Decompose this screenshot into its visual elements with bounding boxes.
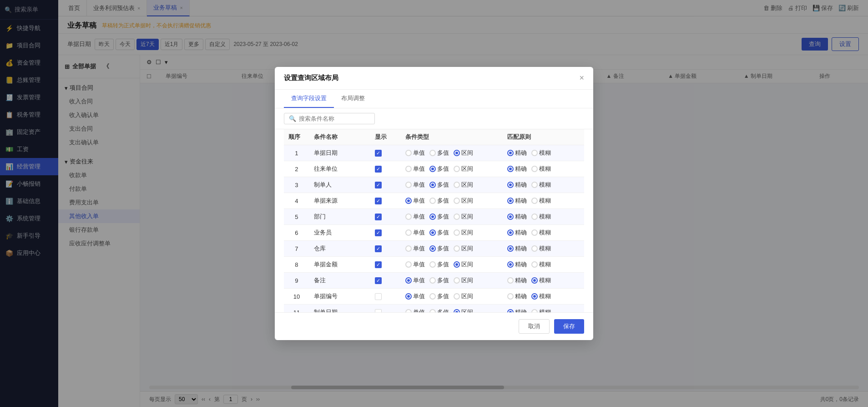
radio-multi-label: 多值 [437,181,449,189]
checkbox-checked[interactable] [375,214,382,220]
radio-fuzzy[interactable]: 模糊 [531,229,551,237]
checkbox-checked[interactable] [375,261,382,268]
radio-range[interactable]: 区间 [454,149,473,157]
radio-exact[interactable]: 精确 [507,244,527,253]
radio-fuzzy[interactable]: 模糊 [531,260,551,269]
radio-fuzzy[interactable]: 模糊 [531,308,551,312]
table-row: 6业务员 单值 多值 区间 精确 模糊 [284,225,584,241]
radio-multi[interactable]: 多值 [429,229,449,237]
modal-overlay: 设置查询区域布局 × 查询字段设置布局调整 🔍 顺序 条件名称 显示 条件类型 … [0,0,868,407]
radio-fuzzy-circle [531,229,538,236]
radio-multi[interactable]: 多值 [429,308,449,312]
radio-single[interactable]: 单值 [405,149,425,157]
radio-range[interactable]: 区间 [454,244,473,253]
radio-single[interactable]: 单值 [405,292,425,300]
checkbox-checked[interactable] [375,245,382,252]
radio-fuzzy-label: 模糊 [539,213,551,221]
table-row: 2往来单位 单值 多值 区间 精确 模糊 [284,161,584,177]
cell-show[interactable] [370,193,401,209]
radio-range[interactable]: 区间 [454,197,473,205]
radio-range[interactable]: 区间 [454,276,473,285]
radio-range[interactable]: 区间 [454,213,473,221]
checkbox-checked[interactable] [375,198,382,204]
radio-fuzzy[interactable]: 模糊 [531,292,551,300]
radio-exact[interactable]: 精确 [507,292,527,300]
radio-multi[interactable]: 多值 [429,165,449,173]
cell-name: 业务员 [309,225,370,241]
cell-name: 制单日期 [309,305,370,313]
radio-multi[interactable]: 多值 [429,181,449,189]
radio-fuzzy[interactable]: 模糊 [531,165,551,173]
modal-tab-query-field[interactable]: 查询字段设置 [284,90,334,108]
radio-range[interactable]: 区间 [454,165,473,173]
radio-exact[interactable]: 精确 [507,308,527,312]
radio-fuzzy-label: 模糊 [539,276,551,285]
radio-single[interactable]: 单值 [405,213,425,221]
radio-multi[interactable]: 多值 [429,276,449,285]
checkbox-checked[interactable] [375,182,382,188]
radio-multi[interactable]: 多值 [429,213,449,221]
radio-single[interactable]: 单值 [405,276,425,285]
radio-range[interactable]: 区间 [454,308,473,312]
radio-fuzzy[interactable]: 模糊 [531,276,551,285]
radio-single-label: 单值 [413,276,425,285]
radio-range[interactable]: 区间 [454,260,473,269]
radio-single[interactable]: 单值 [405,197,425,205]
modal-tab-layout[interactable]: 布局调整 [334,90,372,108]
radio-range[interactable]: 区间 [454,229,473,237]
cell-show[interactable] [370,145,401,161]
radio-single[interactable]: 单值 [405,181,425,189]
radio-multi[interactable]: 多值 [429,197,449,205]
radio-exact[interactable]: 精确 [507,229,527,237]
radio-multi-circle [429,293,436,300]
cell-type: 单值 多值 区间 [401,305,503,313]
cell-show[interactable] [370,273,401,289]
radio-range[interactable]: 区间 [454,292,473,300]
cell-show[interactable] [370,241,401,257]
radio-fuzzy[interactable]: 模糊 [531,149,551,157]
radio-single-circle [405,198,412,204]
radio-exact[interactable]: 精确 [507,197,527,205]
radio-single[interactable]: 单值 [405,244,425,253]
checkbox-empty[interactable] [375,293,382,300]
radio-single[interactable]: 单值 [405,165,425,173]
radio-single[interactable]: 单值 [405,308,425,312]
radio-exact[interactable]: 精确 [507,213,527,221]
radio-multi[interactable]: 多值 [429,244,449,253]
radio-single[interactable]: 单值 [405,229,425,237]
checkbox-checked[interactable] [375,229,382,236]
checkbox-checked[interactable] [375,277,382,284]
modal: 设置查询区域布局 × 查询字段设置布局调整 🔍 顺序 条件名称 显示 条件类型 … [275,67,593,340]
cell-match: 精确 模糊 [503,193,584,209]
cancel-button[interactable]: 取消 [519,319,550,334]
cell-show[interactable] [370,177,401,193]
radio-exact[interactable]: 精确 [507,181,527,189]
radio-multi[interactable]: 多值 [429,292,449,300]
cell-show[interactable] [370,257,401,273]
checkbox-checked[interactable] [375,166,382,173]
cell-show[interactable] [370,209,401,225]
radio-exact[interactable]: 精确 [507,165,527,173]
save-button[interactable]: 保存 [554,319,584,334]
radio-fuzzy[interactable]: 模糊 [531,197,551,205]
checkbox-checked[interactable] [375,150,382,157]
checkbox-empty[interactable] [375,309,382,313]
radio-exact[interactable]: 精确 [507,260,527,269]
cell-show[interactable] [370,161,401,177]
radio-fuzzy[interactable]: 模糊 [531,181,551,189]
radio-single[interactable]: 单值 [405,260,425,269]
cell-show[interactable] [370,305,401,313]
modal-tabs: 查询字段设置布局调整 [275,90,593,108]
modal-search-input[interactable] [299,115,370,122]
radio-multi-circle [429,182,436,188]
radio-multi[interactable]: 多值 [429,149,449,157]
radio-fuzzy[interactable]: 模糊 [531,244,551,253]
radio-range[interactable]: 区间 [454,181,473,189]
modal-close-button[interactable]: × [579,73,584,83]
radio-exact[interactable]: 精确 [507,149,527,157]
cell-show[interactable] [370,289,401,305]
cell-show[interactable] [370,225,401,241]
radio-exact[interactable]: 精确 [507,276,527,285]
radio-fuzzy[interactable]: 模糊 [531,213,551,221]
radio-multi[interactable]: 多值 [429,260,449,269]
